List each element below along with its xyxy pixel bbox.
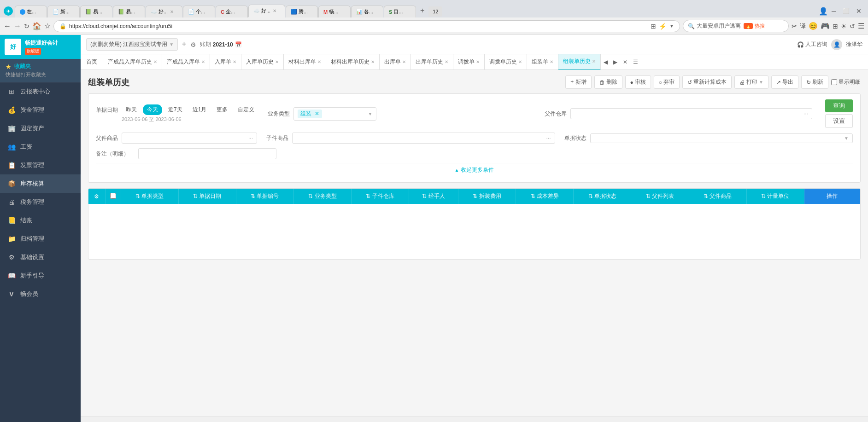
- th-bill-no[interactable]: ⇅ 单据编号: [236, 189, 293, 204]
- th-handler[interactable]: ⇅ 经手人: [409, 189, 458, 204]
- tabs-more[interactable]: ☰: [630, 57, 641, 67]
- undo-btn[interactable]: ↺: [850, 23, 855, 30]
- browser-tab-7[interactable]: ☁️ 好... ✕: [248, 5, 285, 17]
- browser-tab-5[interactable]: 📄 个...: [183, 6, 215, 17]
- export-btn[interactable]: ↗ 导出: [771, 75, 798, 89]
- date-yesterday[interactable]: 昨天: [122, 104, 141, 115]
- add-company-btn[interactable]: +: [182, 40, 187, 49]
- date-today[interactable]: 今天: [143, 104, 162, 115]
- user-avatar[interactable]: 👤: [831, 39, 842, 50]
- forward-btn[interactable]: →: [14, 22, 21, 30]
- dropdown-icon[interactable]: ▼: [669, 23, 674, 29]
- bookmark-btn[interactable]: ☆: [44, 22, 51, 30]
- reload-btn[interactable]: ↻: [24, 23, 29, 30]
- browser-tab-3[interactable]: 📗 易...: [113, 6, 145, 17]
- recalc-btn[interactable]: ↺ 重新计算成本: [682, 75, 732, 89]
- sidebar-item-assets[interactable]: 🏢 固定资产: [0, 119, 81, 138]
- company-settings-btn[interactable]: ⚙: [190, 41, 196, 48]
- remark-input[interactable]: [138, 148, 276, 159]
- game-btn[interactable]: 🎮: [821, 22, 830, 30]
- date-custom[interactable]: 自定义: [234, 104, 258, 115]
- tab-close-transfer[interactable]: ✕: [476, 59, 480, 64]
- date-7days[interactable]: 近7天: [164, 104, 187, 115]
- settings-filter-btn[interactable]: 设置: [825, 114, 853, 128]
- th-settings[interactable]: ⚙: [88, 189, 105, 204]
- select-all-checkbox[interactable]: [110, 193, 116, 199]
- th-bill-type[interactable]: ⇅ 单据类型: [121, 189, 178, 204]
- tab-count-badge[interactable]: 12: [428, 6, 442, 17]
- scissors-btn[interactable]: ✂: [792, 23, 797, 30]
- tab-in[interactable]: 入库单 ✕: [210, 54, 241, 70]
- emoji-btn[interactable]: 😊: [809, 22, 818, 30]
- show-detail-checkbox[interactable]: [831, 79, 837, 85]
- tab-close-in[interactable]: ✕: [233, 59, 236, 64]
- delete-btn[interactable]: 🗑 删除: [594, 75, 622, 89]
- tab-close-in-hist[interactable]: ✕: [275, 59, 279, 64]
- refresh-btn[interactable]: ↻ 刷新: [801, 75, 828, 89]
- tab-close-mat-out-hist[interactable]: ✕: [371, 59, 375, 64]
- calendar-icon[interactable]: 📅: [235, 41, 242, 48]
- tab-close-out-hist[interactable]: ✕: [445, 59, 448, 64]
- sidebar-item-inventory[interactable]: 📦 库存核算: [0, 174, 81, 193]
- biztype-tag-remove[interactable]: ✕: [315, 110, 319, 117]
- audit-btn[interactable]: ● 审核: [625, 75, 651, 89]
- home-btn[interactable]: 🏠: [32, 22, 41, 30]
- tab-close-4[interactable]: ✕: [170, 9, 174, 14]
- th-unit[interactable]: ⇅ 计量单位: [746, 189, 804, 204]
- query-btn[interactable]: 查询: [825, 99, 853, 112]
- scrollbar-area[interactable]: [81, 416, 868, 422]
- window-minimize-btn[interactable]: ─: [829, 6, 839, 16]
- th-assembly-cost[interactable]: ⇅ 拆装费用: [458, 189, 516, 204]
- status-select[interactable]: ▼: [590, 133, 853, 143]
- address-bar[interactable]: 🔒 https://cloud.chanjet.com/accounting/u…: [53, 20, 680, 32]
- tab-transfer[interactable]: 调拨单 ✕: [453, 54, 485, 70]
- tab-production-in-hist[interactable]: 产成品入库单历史 ✕: [103, 54, 162, 70]
- date-more[interactable]: 更多: [212, 104, 232, 115]
- tab-transfer-hist[interactable]: 调拨单历史 ✕: [485, 54, 527, 70]
- date-1month[interactable]: 近1月: [188, 104, 211, 115]
- menu-btn[interactable]: ☰: [858, 22, 864, 30]
- add-btn[interactable]: + 新增: [565, 75, 591, 89]
- tabs-nav-left[interactable]: ◀: [601, 57, 610, 67]
- tab-out[interactable]: 出库单 ✕: [380, 54, 411, 70]
- sidebar-item-payroll[interactable]: 👥 工资: [0, 138, 81, 156]
- tab-close-out[interactable]: ✕: [402, 59, 406, 64]
- sidebar-item-archive[interactable]: 📁 归档管理: [0, 230, 81, 248]
- tab-assemble-hist[interactable]: 组装单历史 ✕: [558, 54, 601, 70]
- translate-btn[interactable]: 译: [800, 22, 806, 30]
- tab-close-7[interactable]: ✕: [273, 8, 276, 13]
- sidebar-item-reports[interactable]: ⊞ 云报表中心: [0, 82, 81, 101]
- show-detail-checkbox-label[interactable]: 显示明细: [831, 78, 861, 86]
- sidebar-item-invoice[interactable]: 📋 发票管理: [0, 156, 81, 174]
- tab-production-in[interactable]: 产成品入库单 ✕: [162, 54, 210, 70]
- sidebar-item-tax[interactable]: 🖨 税务管理: [0, 193, 81, 211]
- parent-warehouse-input[interactable]: ···: [570, 108, 812, 119]
- browser-tab-8[interactable]: 🟦 腾...: [286, 6, 318, 17]
- th-parent-goods[interactable]: ⇅ 父件商品: [689, 189, 746, 204]
- browser-tab-0[interactable]: 在...: [15, 6, 47, 17]
- browser-tab-2[interactable]: 📗 易...: [80, 6, 112, 17]
- sun-btn[interactable]: ☀: [841, 23, 847, 30]
- window-close-btn[interactable]: ✕: [853, 6, 864, 16]
- tab-close-assemble-hist[interactable]: ✕: [592, 59, 596, 64]
- back-btn[interactable]: ←: [4, 22, 11, 30]
- window-person-btn[interactable]: 👤: [819, 7, 828, 16]
- tab-out-hist[interactable]: 出库单历史 ✕: [411, 54, 453, 70]
- tab-material-out[interactable]: 材料出库单 ✕: [284, 54, 326, 70]
- print-btn[interactable]: 🖨 打印 ▼: [734, 75, 768, 89]
- company-select[interactable]: (勿删勿禁用) 江西服宝测试专用 ▼: [86, 38, 178, 51]
- search-bar[interactable]: 🔍 大量安卓用户逃离 🔥 热搜: [683, 20, 789, 32]
- new-tab-btn[interactable]: +: [416, 5, 428, 17]
- browser-tab-1[interactable]: 📄 新...: [47, 6, 80, 17]
- sidebar-item-settle[interactable]: 📒 结账: [0, 211, 81, 230]
- th-checkbox[interactable]: [105, 189, 121, 204]
- sidebar-item-finance[interactable]: 💰 资金管理: [0, 101, 81, 119]
- browser-tab-9[interactable]: M 畅...: [318, 6, 351, 17]
- more-dots[interactable]: ···: [803, 110, 808, 117]
- browser-tab-6[interactable]: C 企...: [216, 6, 248, 17]
- tab-close-mat-out[interactable]: ✕: [317, 59, 321, 64]
- browser-tab-11[interactable]: S 目...: [384, 6, 416, 17]
- th-cost-diff[interactable]: ⇅ 成本差异: [516, 189, 574, 204]
- tab-material-out-hist[interactable]: 材料出库单历史 ✕: [326, 54, 380, 70]
- th-bill-date[interactable]: ⇅ 单据日期: [178, 189, 236, 204]
